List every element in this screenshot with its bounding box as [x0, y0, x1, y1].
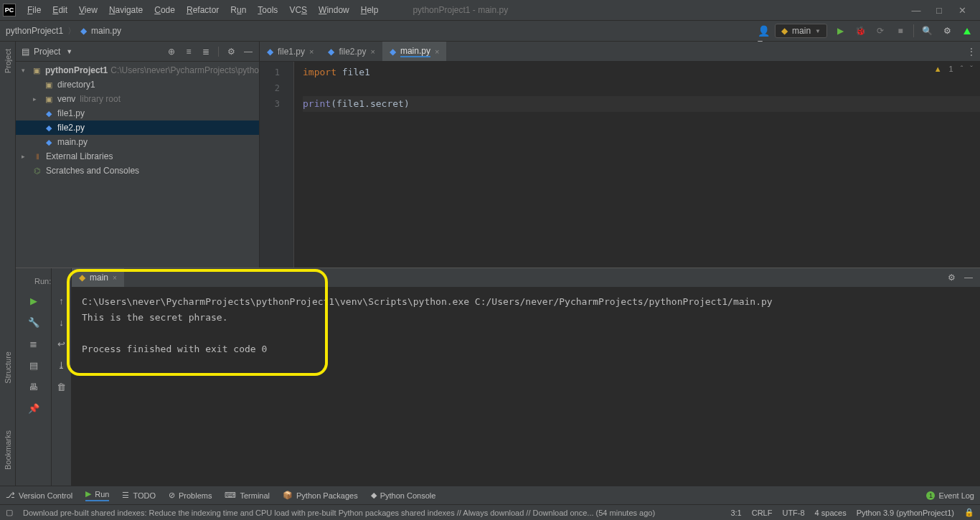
toolwin-python-packages[interactable]: 📦Python Packages: [283, 491, 358, 500]
close-tab-icon[interactable]: ×: [435, 47, 439, 56]
editor-tab-main[interactable]: ◆ main.py ×: [382, 42, 446, 61]
menu-view[interactable]: View: [73, 3, 103, 17]
console-exit: Process finished with exit code 0: [82, 341, 970, 357]
print-icon[interactable]: 🖶: [29, 380, 38, 393]
tree-scratches[interactable]: ⌬ Scratches and Consoles: [16, 164, 259, 178]
toolwin-python-console[interactable]: ◆Python Console: [371, 491, 436, 500]
vcs-icon: ⎇: [6, 491, 15, 500]
gear-icon[interactable]: ⚙: [226, 47, 236, 57]
prev-highlight-icon[interactable]: ˆ: [961, 65, 963, 73]
tabs-menu[interactable]: ⋮: [963, 42, 980, 61]
breadcrumb: pythonProject1 〉 ◆ main.py: [6, 25, 121, 37]
next-highlight-icon[interactable]: ˇ: [970, 65, 973, 73]
folder-icon: ▣: [43, 93, 55, 105]
menu-window[interactable]: Window: [313, 3, 355, 17]
menu-vcs[interactable]: VCS: [283, 3, 313, 17]
minimize-button[interactable]: —: [911, 5, 921, 15]
menu-run[interactable]: Run: [225, 3, 252, 17]
menu-refactor[interactable]: Refactor: [181, 3, 225, 17]
status-encoding[interactable]: UTF-8: [782, 509, 804, 517]
menu-file[interactable]: File: [22, 3, 47, 17]
editor-tab-file2[interactable]: ◆ file2.py ×: [321, 42, 382, 61]
console-output[interactable]: C:\Users\never\PycharmProjects\pythonPro…: [72, 287, 980, 486]
trash-icon[interactable]: 🗑: [57, 380, 66, 393]
status-indent[interactable]: 4 spaces: [815, 509, 847, 517]
chevron-down-icon[interactable]: ▼: [66, 48, 72, 55]
close-tab-icon[interactable]: ×: [371, 47, 375, 56]
bottom-toolbar: ⎇Version Control ▶Run ☰TODO ⊘Problems ⌨T…: [0, 486, 980, 504]
tree-folder-directory1[interactable]: ▣ directory1: [16, 77, 259, 92]
close-tab-icon[interactable]: ×: [113, 274, 117, 282]
tree-file-file1[interactable]: ◆ file1.py: [16, 106, 259, 120]
hide-panel-icon[interactable]: —: [964, 273, 973, 283]
scroll-icon[interactable]: ⤓: [57, 359, 65, 372]
toolwin-problems[interactable]: ⊘Problems: [169, 491, 212, 500]
bc-project[interactable]: pythonProject1: [6, 26, 63, 36]
youtrack-icon[interactable]: [960, 24, 974, 38]
hide-statusbar-icon[interactable]: ▢: [6, 508, 13, 517]
search-everywhere-button[interactable]: 🔍: [920, 24, 934, 38]
run-button[interactable]: ▶: [833, 24, 847, 38]
expand-all-icon[interactable]: ≡: [184, 47, 194, 57]
coverage-button[interactable]: ⟳: [873, 24, 887, 38]
toolwin-version-control[interactable]: ⎇Version Control: [6, 491, 72, 500]
layout-icon[interactable]: ≣: [29, 337, 37, 350]
menu-help[interactable]: Help: [355, 3, 385, 17]
toolwin-todo[interactable]: ☰TODO: [122, 491, 156, 500]
pin-icon[interactable]: 📌: [28, 402, 39, 415]
toolwin-terminal[interactable]: ⌨Terminal: [225, 491, 270, 500]
project-panel-title: Project: [34, 47, 60, 57]
side-tab-structure[interactable]: Structure: [4, 351, 12, 384]
maximize-button[interactable]: □: [934, 5, 944, 15]
stop-button[interactable]: ■: [893, 24, 908, 38]
editor-tabs: ◆ file1.py × ◆ file2.py × ◆ main.py ×: [260, 42, 980, 62]
tree-folder-venv[interactable]: ▸ ▣ venv library root: [16, 92, 259, 106]
down-icon[interactable]: ↓: [59, 316, 64, 328]
toolwin-run[interactable]: ▶Run: [85, 489, 109, 501]
toolwin-event-log[interactable]: 1 Event Log: [926, 491, 974, 500]
status-line-ending[interactable]: CRLF: [752, 509, 773, 517]
side-tab-project[interactable]: Project: [4, 49, 12, 73]
settings-button[interactable]: ⚙: [940, 24, 954, 38]
console-stdout: This is the secret phrase.: [82, 310, 970, 326]
editor-body[interactable]: 1 2 3 import file1 print(file1.secret) ▲…: [260, 62, 980, 268]
library-icon: ⫴: [32, 151, 43, 162]
rerun-icon[interactable]: ▶: [30, 294, 37, 307]
run-config-selector[interactable]: ◆ main ▼: [775, 24, 827, 38]
filters-icon[interactable]: ▤: [29, 359, 38, 372]
code-content[interactable]: import file1 print(file1.secret): [294, 62, 980, 268]
problems-icon: ⊘: [169, 491, 175, 500]
side-tab-bookmarks[interactable]: Bookmarks: [4, 430, 12, 470]
status-interpreter[interactable]: Python 3.9 (pythonProject1): [857, 509, 954, 517]
menu-tools[interactable]: Tools: [252, 3, 283, 17]
run-tab-main[interactable]: ◆ main ×: [72, 268, 124, 287]
up-icon[interactable]: ↑: [59, 294, 64, 307]
tree-external-libraries[interactable]: ▸ ⫴ External Libraries: [16, 149, 259, 164]
close-tab-icon[interactable]: ×: [309, 47, 314, 56]
editor-tab-file1[interactable]: ◆ file1.py ×: [260, 42, 321, 61]
menu-code[interactable]: Code: [149, 3, 181, 17]
tools-icon[interactable]: 🔧: [28, 316, 39, 328]
status-pos[interactable]: 3:1: [730, 509, 741, 517]
hide-panel-icon[interactable]: —: [243, 47, 253, 57]
lock-icon[interactable]: 🔒: [964, 508, 974, 517]
menu-edit[interactable]: Edit: [47, 3, 73, 17]
tree-file-file2[interactable]: ◆ file2.py: [16, 120, 259, 135]
bc-file[interactable]: main.py: [91, 26, 121, 36]
debug-button[interactable]: 🐞: [853, 24, 867, 38]
todo-icon: ☰: [122, 491, 129, 500]
run-panel: Run: ▶ 🔧 ≣ ▤ 🖶 📌 ↑ ↓ ↩ ⤓ 🗑 ◆: [16, 268, 980, 486]
status-message[interactable]: Download pre-built shared indexes: Reduc…: [23, 509, 720, 517]
locate-icon[interactable]: ⊕: [166, 47, 176, 57]
inspections-widget[interactable]: ▲ 1 ˆ ˇ: [934, 65, 973, 73]
python-file-icon: ◆: [80, 26, 87, 36]
gear-icon[interactable]: ⚙: [948, 273, 956, 283]
close-button[interactable]: ✕: [957, 5, 967, 15]
tree-file-main[interactable]: ◆ main.py: [16, 135, 259, 149]
menu-navigate[interactable]: Navigate: [103, 3, 149, 17]
nav-bar: pythonProject1 〉 ◆ main.py 👤▾ ◆ main ▼ ▶…: [0, 21, 980, 42]
tree-root[interactable]: ▾ ▣ pythonProject1 C:\Users\never\Pychar…: [16, 63, 259, 77]
wrap-icon[interactable]: ↩: [57, 337, 65, 350]
user-icon[interactable]: 👤▾: [758, 25, 769, 37]
collapse-all-icon[interactable]: ≣: [201, 47, 211, 57]
